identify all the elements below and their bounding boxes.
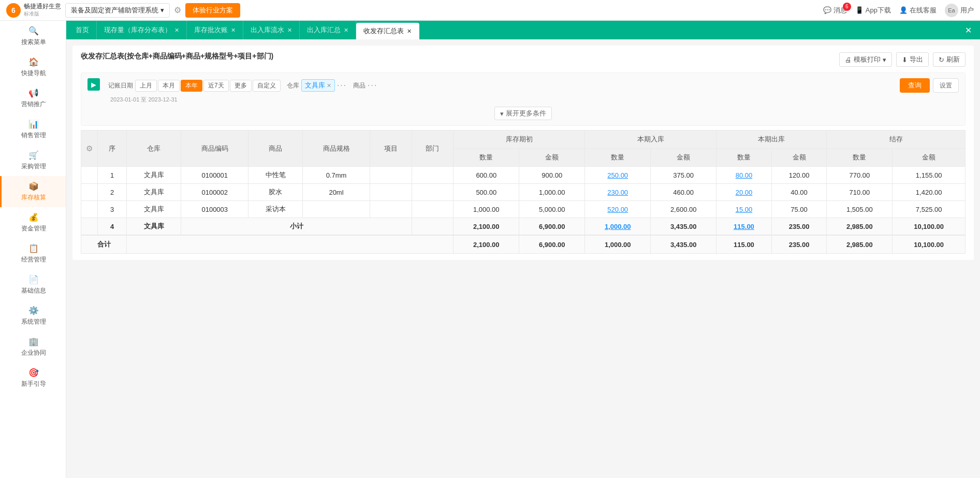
table-row: 1 文具库 0100001 中性笔 0.7mm 600.00 900.00 25…	[81, 167, 966, 184]
sidebar-item-basic-info[interactable]: 📄 基础信息	[0, 269, 66, 300]
sidebar-item-operations[interactable]: 📋 经营管理	[0, 238, 66, 269]
row-open-amt: 900.00	[519, 167, 585, 184]
sidebar-item-inventory[interactable]: 📦 库存核算	[0, 176, 66, 207]
col-closing-qty: 数量	[827, 149, 893, 167]
col-out-group: 本期出库	[716, 131, 827, 149]
row-out-qty[interactable]: 80.00	[716, 167, 772, 184]
finance-icon: 💰	[28, 212, 39, 222]
app-download-item[interactable]: 📱 App下载	[855, 6, 891, 15]
warehouse-tag-close[interactable]: ✕	[327, 82, 331, 89]
export-button[interactable]: ⬇ 导出	[896, 52, 929, 67]
tab-bar-close-all[interactable]: ✕	[959, 25, 978, 35]
tab-home[interactable]: 首页	[68, 21, 97, 39]
goods-more-btn[interactable]: ···	[368, 81, 377, 90]
purchase-icon: 🛒	[28, 150, 39, 160]
row-open-qty: 500.00	[454, 184, 519, 201]
row-in-qty[interactable]: 230.00	[585, 184, 651, 201]
date-range-text: 2023-01-01 至 2023-12-31	[110, 96, 178, 104]
newbie-icon: 🎯	[28, 368, 39, 378]
experience-button[interactable]: 体验行业方案	[185, 3, 240, 18]
tab-batch-account-label: 库存批次账	[194, 25, 228, 35]
date-btn-more[interactable]: 更多	[230, 80, 252, 92]
refresh-label: 刷新	[946, 55, 960, 64]
sidebar-item-sales[interactable]: 📊 销售管理	[0, 114, 66, 145]
date-btn-this-month[interactable]: 本月	[158, 80, 180, 92]
enterprise-icon: 🏢	[28, 337, 39, 346]
top-bar-right: 💬 消息 6 📱 App下载 👤 在线客服 Ea 用户	[823, 4, 974, 17]
col-in-qty: 数量	[585, 149, 651, 167]
date-btn-7days[interactable]: 近7天	[203, 80, 229, 92]
row-settings	[81, 184, 98, 201]
sidebar-item-finance[interactable]: 💰 资金管理	[0, 207, 66, 238]
template-print-button[interactable]: 🖨 模板打印 ▾	[839, 52, 892, 67]
main-table: ⚙ 序 仓库 商品编码 商品 商品规格 项目 部门 库存期初 本期入库	[81, 130, 966, 254]
row-project	[370, 201, 412, 218]
row-open-qty: 1,000.00	[454, 201, 519, 218]
tab-inventory-dist[interactable]: 现存量（库存分布表） ✕	[97, 21, 187, 39]
table-gear-icon[interactable]: ⚙	[86, 144, 93, 153]
online-service-item[interactable]: 👤 在线客服	[899, 6, 937, 15]
date-btn-custom[interactable]: 自定义	[253, 80, 281, 92]
system-selector[interactable]: 装备及固定资产辅助管理系统 ▾	[65, 3, 170, 18]
gear-icon[interactable]: ⚙	[174, 5, 181, 15]
sidebar-label-newbie: 新手引导	[21, 380, 46, 388]
tab-inout-summary[interactable]: 出入库汇总 ✕	[300, 21, 356, 39]
total-in-qty: 1,000.00	[585, 235, 651, 254]
row-warehouse: 文具库	[127, 201, 181, 218]
query-button[interactable]: 查询	[900, 78, 930, 93]
sidebar-label-sales: 销售管理	[21, 131, 46, 140]
row-close-qty: 1,505.00	[827, 201, 893, 218]
sidebar-label-quick: 快捷导航	[21, 69, 46, 78]
subtotal-settings	[81, 218, 98, 236]
row-name: 采访本	[248, 201, 303, 218]
warehouse-more-btn[interactable]: ···	[337, 81, 347, 90]
tab-receipt-summary[interactable]: 收发存汇总表 ✕	[356, 23, 419, 39]
expand-btn[interactable]: ▾ 展开更多条件	[494, 107, 552, 120]
total-out-amt: 235.00	[771, 235, 827, 254]
row-out-qty[interactable]: 15.00	[716, 201, 772, 218]
row-in-qty[interactable]: 250.00	[585, 167, 651, 184]
sidebar-item-search-menu[interactable]: 🔍 搜索菜单	[0, 21, 66, 52]
sidebar-item-enterprise[interactable]: 🏢 企业协同	[0, 331, 66, 363]
refresh-button[interactable]: ↻ 刷新	[933, 52, 966, 67]
row-out-qty[interactable]: 20.00	[716, 184, 772, 201]
col-settings-header[interactable]: ⚙	[81, 131, 98, 167]
tab-inout-flow-close[interactable]: ✕	[287, 27, 292, 34]
tab-inout-summary-close[interactable]: ✕	[344, 27, 348, 34]
subtotal-in-qty[interactable]: 1,000.00	[585, 218, 651, 236]
sidebar-item-quick-nav[interactable]: 🏠 快捷导航	[0, 52, 66, 83]
row-open-amt: 1,000.00	[519, 184, 585, 201]
chevron-down-icon: ▾	[883, 56, 886, 64]
tab-receipt-summary-close[interactable]: ✕	[407, 28, 412, 35]
date-btn-last-month[interactable]: 上月	[135, 80, 157, 92]
warehouse-tag: 文具库 ✕	[301, 79, 335, 92]
row-in-qty[interactable]: 520.00	[585, 201, 651, 218]
sidebar-item-newbie[interactable]: 🎯 新手引导	[0, 363, 66, 394]
total-out-qty: 115.00	[716, 235, 772, 254]
tab-batch-account-close[interactable]: ✕	[231, 27, 236, 34]
sidebar-item-marketing[interactable]: 📢 营销推广	[0, 83, 66, 114]
row-warehouse: 文具库	[127, 167, 181, 184]
filter-arrow-btn[interactable]: ▶	[87, 78, 100, 91]
sidebar-item-system[interactable]: ⚙️ 系统管理	[0, 300, 66, 331]
message-badge: 6	[843, 3, 851, 11]
tab-inout-flow[interactable]: 出入库流水 ✕	[243, 21, 300, 39]
subtotal-out-qty[interactable]: 115.00	[716, 218, 772, 236]
row-out-amt: 40.00	[771, 184, 827, 201]
avatar: Ea	[945, 4, 958, 17]
user-item[interactable]: Ea 用户	[945, 4, 974, 17]
tab-batch-account[interactable]: 库存批次账 ✕	[187, 21, 243, 39]
setting-button[interactable]: 设置	[933, 78, 959, 93]
sidebar-item-purchase[interactable]: 🛒 采购管理	[0, 145, 66, 176]
sidebar-label-operations: 经营管理	[21, 255, 46, 264]
message-item[interactable]: 💬 消息 6	[823, 6, 847, 15]
table-wrapper: ⚙ 序 仓库 商品编码 商品 商品规格 项目 部门 库存期初 本期入库	[81, 130, 966, 254]
date-btn-this-year[interactable]: 本年	[181, 80, 202, 92]
subtotal-in-amt: 3,435.00	[651, 218, 716, 236]
export-label: 导出	[910, 55, 923, 64]
tab-inout-flow-label: 出入库流水	[251, 25, 284, 35]
col-warehouse-header: 仓库	[127, 131, 181, 167]
row-project	[370, 167, 412, 184]
tab-inventory-dist-close[interactable]: ✕	[174, 27, 179, 34]
table-row: 2 文具库 0100002 胶水 20ml 500.00 1,000.00 23…	[81, 184, 966, 201]
